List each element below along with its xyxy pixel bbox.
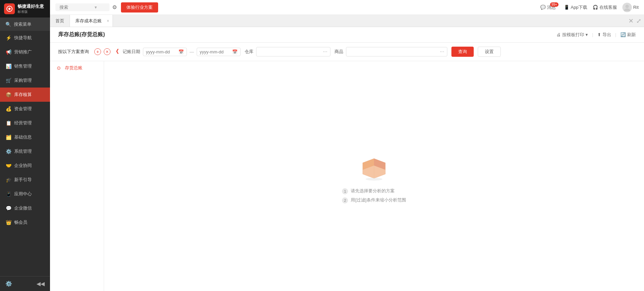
warehouse-more-icon[interactable]: ··· (323, 49, 327, 55)
filter-actions: + × 《 (94, 48, 119, 55)
goods-more-icon[interactable]: ··· (440, 49, 444, 55)
sidebar-item-quick-nav[interactable]: ⚡ 快捷导航 (0, 31, 50, 45)
sidebar-label-basic: 基础信息 (14, 134, 32, 140)
search-dropdown-arrow-icon[interactable]: ▾ (95, 5, 97, 10)
system-icon: ⚙️ (5, 148, 11, 154)
filter-add-btn[interactable]: + (94, 48, 101, 55)
quick-nav-icon: ⚡ (5, 35, 11, 41)
calendar-end-icon[interactable]: 📅 (232, 49, 238, 54)
app-download-icon: 📱 (564, 5, 569, 10)
topbar-left: ▾ ⚙ 体验行业方案 (55, 2, 540, 13)
settings-icon[interactable]: ⚙️ (5, 281, 12, 287)
marketing-icon: 📢 (5, 49, 11, 55)
sidebar-item-wechat[interactable]: 💬 企业微信 (0, 201, 50, 215)
empty-state: 1 请先选择要分析的方案 2 用[过滤]条件来缩小分析范围 (104, 61, 644, 291)
scheme-ledger-icon: ⊙ (55, 65, 62, 71)
tip-num-1: 1 (342, 188, 348, 194)
printer-icon: 🖨 (556, 32, 561, 37)
date-field-label: 记账日期 (123, 49, 140, 55)
date-separator: — (190, 49, 194, 54)
message-icon: 💬 (540, 5, 546, 10)
svg-point-1 (625, 5, 629, 8)
finance-icon: 💰 (5, 106, 11, 112)
basic-icon: 🗂️ (5, 134, 11, 140)
sidebar-item-sales[interactable]: 📊 销售管理 (0, 59, 50, 73)
sidebar-item-system[interactable]: ⚙️ 系统管理 (0, 144, 50, 159)
query-button[interactable]: 查询 (451, 47, 474, 57)
inventory-icon: 📦 (5, 92, 11, 98)
tab-inventory-ledger[interactable]: 库存成本总账 × (70, 15, 113, 27)
divider1: | (592, 32, 593, 37)
operation-icon: 📋 (5, 120, 11, 126)
sidebar-item-operation[interactable]: 📋 经营管理 (0, 116, 50, 130)
filter-label: 按以下方案查询 (58, 49, 89, 55)
message-btn[interactable]: 💬 消息 99+ (540, 4, 556, 10)
sidebar-label-guide: 新手引导 (14, 177, 32, 183)
export-icon: ⬆ (597, 32, 601, 37)
topbar-search-area[interactable]: ▾ (55, 3, 109, 11)
sidebar-item-inventory[interactable]: 📦 库存核算 (0, 88, 50, 102)
scheme-item-inventory-ledger[interactable]: ⊙ 存货总账 (50, 61, 104, 75)
sidebar-footer: ⚙️ ◀◀ (0, 276, 50, 291)
sales-icon: 📊 (5, 63, 11, 69)
main-area: ▾ ⚙ 体验行业方案 💬 消息 99+ 📱 App下载 🎧 在线客服 (50, 0, 644, 291)
sidebar-item-cooperation[interactable]: 🤝 企业协同 (0, 159, 50, 173)
member-icon: 👑 (5, 219, 11, 225)
sidebar-search-btn[interactable]: 🔍 搜索菜单 (0, 18, 50, 31)
refresh-label: 刷新 (627, 32, 636, 38)
sidebar-item-purchase[interactable]: 🛒 采购管理 (0, 73, 50, 88)
topbar-search-input[interactable] (59, 5, 93, 10)
tab-panel-close-icon[interactable]: ✕ (628, 17, 634, 25)
collapse-icon[interactable]: ◀◀ (36, 281, 45, 287)
guide-icon: 🎓 (5, 177, 11, 183)
sidebar-label-system: 系统管理 (14, 148, 32, 154)
warehouse-label: 仓库 (245, 49, 253, 55)
app-download-btn[interactable]: 📱 App下载 (564, 4, 587, 10)
tab-home[interactable]: 首页 (50, 15, 70, 27)
service-icon: 🎧 (593, 5, 598, 10)
empty-tip-2: 2 用[过滤]条件来缩小分析范围 (342, 197, 406, 203)
filter-collapse-btn[interactable]: 《 (113, 48, 119, 55)
sidebar-item-basic[interactable]: 🗂️ 基础信息 (0, 130, 50, 144)
date-end-field[interactable] (200, 49, 230, 54)
avatar (622, 3, 632, 12)
sidebar-label-wechat: 企业微信 (14, 205, 32, 211)
warehouse-select[interactable]: ··· (256, 47, 330, 56)
online-service-btn[interactable]: 🎧 在线客服 (593, 4, 617, 10)
filter-date-group: 记账日期 📅 — 📅 (123, 48, 241, 56)
sidebar-label-quick-nav: 快捷导航 (14, 35, 32, 41)
filter-bar: 按以下方案查询 + × 《 记账日期 📅 — 📅 仓库 (50, 43, 644, 61)
sidebar-item-member[interactable]: 👑 畅会员 (0, 215, 50, 229)
settings-button[interactable]: 设置 (478, 47, 501, 57)
refresh-btn[interactable]: 🔄 刷新 (620, 32, 636, 38)
date-end-input[interactable]: 📅 (197, 48, 241, 56)
page-actions: 🖨 按模板打印 ▾ | ⬆ 导出 | 🔄 刷新 (556, 32, 636, 38)
filter-del-btn[interactable]: × (104, 48, 110, 55)
print-template-btn[interactable]: 🖨 按模板打印 ▾ (556, 32, 588, 38)
username-label: Rit (633, 5, 639, 10)
industry-btn[interactable]: 体验行业方案 (121, 2, 158, 13)
divider2: | (615, 32, 616, 37)
topbar-gear-icon[interactable]: ⚙ (112, 4, 117, 10)
date-start-input[interactable]: 📅 (143, 48, 187, 56)
user-avatar-area[interactable]: Rit (622, 3, 639, 12)
sidebar-item-marketing[interactable]: 📢 营销推广 (0, 45, 50, 59)
sidebar-logo: 畅捷通好生意 标准版 (0, 0, 50, 18)
tab-panel-expand-icon[interactable]: ⤢ (636, 17, 641, 25)
sidebar-item-guide[interactable]: 🎓 新手引导 (0, 173, 50, 187)
print-dropdown-icon[interactable]: ▾ (586, 32, 588, 37)
topbar: ▾ ⚙ 体验行业方案 💬 消息 99+ 📱 App下载 🎧 在线客服 (50, 0, 644, 15)
calendar-start-icon[interactable]: 📅 (178, 49, 184, 54)
tab-close-icon[interactable]: × (107, 19, 109, 23)
goods-select[interactable]: ··· (346, 47, 447, 56)
sidebar-label-apps: 应用中心 (14, 191, 32, 197)
date-start-field[interactable] (146, 49, 176, 54)
wechat-icon: 💬 (5, 205, 11, 211)
app-edition: 标准版 (18, 9, 44, 14)
sidebar-item-apps[interactable]: 📱 应用中心 (0, 187, 50, 201)
sidebar-nav: 🔍 搜索菜单 ⚡ 快捷导航 📢 营销推广 📊 销售管理 🛒 采购管理 📦 库存核… (0, 18, 50, 276)
app-name: 畅捷通好生意 (18, 3, 44, 9)
sidebar-item-finance[interactable]: 💰 资金管理 (0, 102, 50, 116)
svg-point-2 (624, 8, 630, 11)
export-btn[interactable]: ⬆ 导出 (597, 32, 611, 38)
